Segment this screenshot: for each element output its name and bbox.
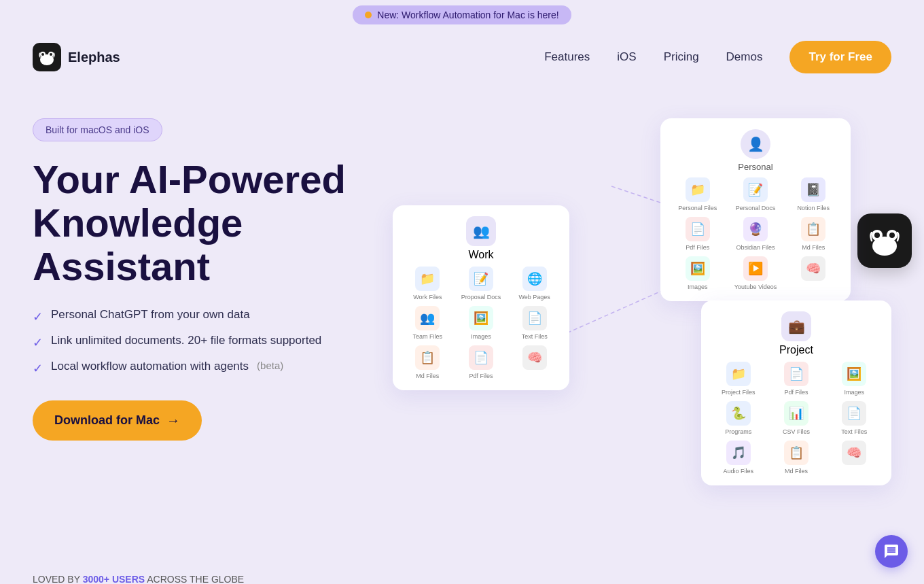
list-item: 📄 Pdf Files xyxy=(671,217,724,251)
arrow-icon: → xyxy=(166,413,180,428)
file-name: Team Files xyxy=(413,333,443,340)
list-item: 👥 Team Files xyxy=(404,306,452,340)
card-project: 💼 Project 📁 Project Files 📄 Pdf Files 🖼️… xyxy=(701,300,891,485)
file-name: Pdf Files xyxy=(469,373,493,379)
file-icon: 🐍 xyxy=(726,401,751,426)
list-item: 📄 Pdf Files xyxy=(457,345,505,379)
download-button[interactable]: Download for Mac → xyxy=(33,400,202,441)
list-item: 📋 Md Files xyxy=(770,441,822,475)
file-icon: 🧠 xyxy=(801,256,825,281)
file-icon: 📁 xyxy=(415,267,440,291)
file-icon: 📄 xyxy=(686,217,710,241)
file-name: CSV Files xyxy=(783,428,810,435)
try-for-free-button[interactable]: Try for Free xyxy=(789,41,891,73)
file-name: Proposal Docs xyxy=(461,294,501,300)
work-card-label: 👥 Work xyxy=(404,216,558,261)
nav-link-pricing[interactable]: Pricing xyxy=(664,50,699,64)
file-icon: 🌐 xyxy=(522,267,547,291)
file-icon: 📁 xyxy=(686,177,710,202)
list-item: 🌐 Web Pages xyxy=(510,267,558,300)
loved-count: 3000+ USERS xyxy=(83,574,145,584)
file-name: Work Files xyxy=(413,294,442,300)
work-file-grid: 📁 Work Files 📝 Proposal Docs 🌐 Web Pages… xyxy=(404,267,558,379)
list-item: 🔮 Obsidian Files xyxy=(729,217,781,251)
feature-item-2: ✓ Link unlimited documents. 20+ file for… xyxy=(33,334,386,350)
list-item: 📝 Personal Docs xyxy=(729,177,781,211)
file-icon: 🔮 xyxy=(743,217,768,241)
logo-icon xyxy=(33,43,61,71)
check-icon-1: ✓ xyxy=(33,309,43,324)
nav-link-ios[interactable]: iOS xyxy=(617,50,636,64)
file-name: Audio Files xyxy=(723,468,753,475)
file-icon: 📄 xyxy=(842,401,866,426)
personal-label: Personal xyxy=(738,162,772,172)
file-icon: 🎵 xyxy=(726,441,751,465)
file-name: Images xyxy=(471,333,491,340)
file-name: Web Pages xyxy=(518,294,550,300)
file-icon: ▶️ xyxy=(743,256,768,281)
hero-section: Built for macOS and iOS Your AI-Powered … xyxy=(0,84,924,547)
nav-link-demos[interactable]: Demos xyxy=(726,50,763,64)
file-icon: 📝 xyxy=(743,177,768,202)
file-icon: 👥 xyxy=(415,306,440,330)
nav-link-features[interactable]: Features xyxy=(544,50,590,64)
hero-title-line2: Knowledge Assistant xyxy=(33,201,243,288)
file-icon: 📋 xyxy=(801,217,825,241)
file-icon: 🖼️ xyxy=(469,306,493,330)
file-icon: 📁 xyxy=(726,362,751,386)
elephas-logo-large xyxy=(857,213,912,268)
list-item: 🧠 xyxy=(828,441,881,475)
top-banner: New: Workflow Automation for Mac is here… xyxy=(0,0,924,30)
feature-text-3: Local workflow automation with agents xyxy=(51,360,249,373)
list-item: 📊 CSV Files xyxy=(770,401,822,435)
personal-icon: 👤 xyxy=(741,129,770,159)
hero-left: Built for macOS and iOS Your AI-Powered … xyxy=(33,105,386,441)
chat-bubble-button[interactable] xyxy=(875,535,908,568)
project-icon: 💼 xyxy=(781,311,811,341)
work-icon: 👥 xyxy=(466,216,496,246)
file-name: Text Files xyxy=(522,333,548,340)
file-name: Md Files xyxy=(802,244,825,251)
beta-tag: (beta) xyxy=(257,360,283,371)
file-name: Images xyxy=(688,284,708,290)
loved-suffix: ACROSS THE GLOBE xyxy=(147,574,244,584)
list-item: 🖼️ Images xyxy=(457,306,505,340)
nav-logo[interactable]: Elephas xyxy=(33,43,120,71)
banner-pill[interactable]: New: Workflow Automation for Mac is here… xyxy=(353,5,571,24)
file-name: Personal Files xyxy=(678,205,717,211)
file-icon: 📄 xyxy=(522,306,547,330)
file-icon: 📝 xyxy=(469,267,493,291)
file-icon: 🖼️ xyxy=(686,256,710,281)
file-icon: 🖼️ xyxy=(842,362,866,386)
file-icon: 📓 xyxy=(801,177,825,202)
personal-card-label: 👤 Personal xyxy=(671,129,840,172)
list-item: 🎵 Audio Files xyxy=(712,441,764,475)
list-item: 📁 Personal Files xyxy=(671,177,724,211)
feature-item-1: ✓ Personal ChatGPT from your own data xyxy=(33,308,386,324)
file-name: Pdf Files xyxy=(784,389,808,396)
list-item: 🖼️ Images xyxy=(671,256,724,290)
feature-text-1: Personal ChatGPT from your own data xyxy=(51,308,250,322)
file-name: Obsidian Files xyxy=(736,244,775,251)
file-name: Images xyxy=(845,389,865,396)
navbar: Elephas Features iOS Pricing Demos Try f… xyxy=(0,30,924,84)
list-item: 📄 Text Files xyxy=(828,401,881,435)
file-icon: 🧠 xyxy=(522,345,547,370)
list-item: 🧠 xyxy=(787,256,840,290)
file-name: Youtube Videos xyxy=(734,284,777,290)
hero-right: 👤 Personal 📁 Personal Files 📝 Personal D… xyxy=(386,105,891,499)
banner-text: New: Workflow Automation for Mac is here… xyxy=(377,10,558,20)
list-item: 🐍 Programs xyxy=(712,401,764,435)
built-badge: Built for macOS and iOS xyxy=(33,118,162,141)
loved-prefix: LOVED BY xyxy=(33,574,80,584)
file-name: Project Files xyxy=(722,389,756,396)
file-icon: 📊 xyxy=(784,401,808,426)
svg-point-15 xyxy=(889,233,895,238)
list-item: 📓 Notion Files xyxy=(787,177,840,211)
file-name: Pdf Files xyxy=(686,244,709,251)
project-card-label: 💼 Project xyxy=(712,311,881,356)
nav-links: Features iOS Pricing Demos Try for Free xyxy=(544,41,891,73)
svg-point-14 xyxy=(874,233,880,238)
file-name: Programs xyxy=(725,428,751,435)
banner-dot-icon xyxy=(365,12,372,18)
